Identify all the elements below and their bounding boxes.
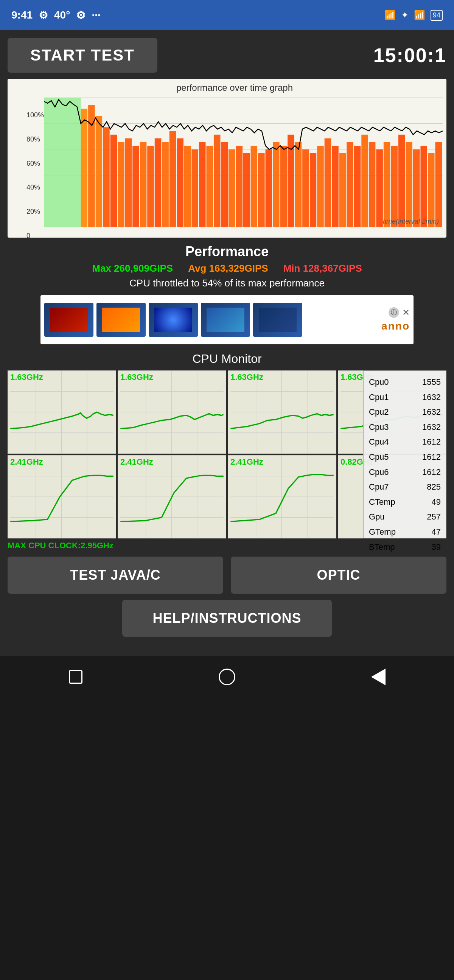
stat-value-cpu1: 1632: [422, 390, 441, 405]
ad-banner[interactable]: ⓘ ✕ anno: [40, 295, 414, 344]
wifi-icon: 📶: [384, 10, 396, 21]
nav-bar: [0, 656, 454, 697]
cpu-stats-overlay: Cpu0 1555 Cpu1 1632 Cpu2 1632 Cpu3 1632 …: [363, 371, 446, 538]
svg-rect-9: [96, 116, 103, 227]
performance-section: Performance Max 260,909GIPS Avg 163,329G…: [8, 244, 446, 289]
svg-rect-24: [206, 146, 213, 227]
app-container: START TEST 15:00:1 performance over time…: [0, 30, 454, 656]
svg-rect-36: [295, 142, 302, 227]
stat-label-cpu1: Cpu1: [369, 390, 389, 405]
svg-rect-51: [406, 142, 413, 227]
svg-rect-44: [354, 146, 361, 227]
svg-rect-40: [325, 138, 332, 227]
nav-square-icon: [69, 670, 83, 684]
cpu-monitor-section: CPU Monitor 1.63GHz: [8, 352, 446, 550]
svg-rect-29: [243, 153, 250, 227]
stat-row-gpu: Gpu 257: [369, 509, 441, 525]
cpu-cell-2: 1.63GHz: [228, 371, 337, 454]
svg-rect-46: [369, 142, 376, 227]
bluetooth-icon: ✦: [401, 10, 409, 21]
svg-rect-7: [81, 108, 88, 227]
signal-icon: 📶: [414, 10, 425, 21]
stat-value-cpu3: 1632: [422, 420, 441, 435]
svg-rect-25: [214, 135, 221, 227]
svg-rect-26: [221, 142, 228, 227]
stat-avg: Avg 163,329GIPS: [188, 262, 268, 274]
stat-row-cpu1: Cpu1 1632: [369, 390, 441, 405]
stat-label-cpu3: Cpu3: [369, 420, 389, 435]
stat-row-cpu6: Cpu6 1612: [369, 465, 441, 480]
cpu1-freq: 1.63GHz: [120, 372, 153, 382]
stat-label-cpu2: Cpu2: [369, 404, 389, 420]
svg-rect-11: [111, 135, 117, 227]
svg-rect-49: [391, 146, 398, 227]
svg-rect-30: [251, 146, 258, 227]
settings-icon-2: ⚙: [76, 9, 86, 22]
battery-icon: 94: [430, 10, 443, 21]
svg-rect-6: [44, 98, 81, 227]
svg-rect-47: [376, 150, 383, 227]
svg-rect-54: [428, 153, 435, 227]
svg-rect-33: [273, 142, 279, 227]
ad-images: [44, 303, 302, 337]
svg-rect-37: [302, 150, 309, 227]
svg-rect-23: [199, 142, 206, 227]
help-btn-row: HELP/INSTRUCTIONS: [8, 600, 446, 637]
help-instructions-button[interactable]: HELP/INSTRUCTIONS: [122, 600, 332, 637]
performance-title: Performance: [8, 244, 446, 259]
stat-label-cpu5: Cpu5: [369, 450, 389, 465]
cpu-cell-0: 1.63GHz: [8, 371, 116, 454]
svg-rect-53: [420, 146, 427, 227]
graph-title: performance over time graph: [27, 83, 443, 93]
stat-min: Min 128,367GIPS: [283, 262, 362, 274]
throttle-text: CPU throttled to 54% of its max performa…: [8, 277, 446, 289]
status-temp: 40°: [54, 9, 70, 21]
svg-rect-55: [435, 142, 442, 227]
top-controls: START TEST 15:00:1: [8, 38, 446, 73]
nav-recent-button[interactable]: [66, 667, 85, 686]
stat-row-btemp: BTemp 39: [369, 539, 441, 555]
cpu-cell-6: 2.41GHz: [228, 455, 337, 538]
ad-tv-4: [201, 303, 250, 337]
stat-label-cpu4: Cpu4: [369, 434, 389, 450]
status-right: 📶 ✦ 📶 94: [384, 10, 443, 21]
svg-rect-41: [332, 146, 339, 227]
bottom-buttons: TEST JAVA/C OPTIC: [8, 557, 446, 594]
svg-rect-14: [132, 146, 139, 227]
nav-back-button[interactable]: [369, 667, 388, 686]
svg-rect-18: [162, 142, 169, 227]
svg-rect-45: [361, 135, 368, 227]
status-dots: ···: [92, 9, 100, 21]
svg-rect-52: [413, 150, 420, 227]
performance-graph-container: performance over time graph 100% 80% 60%…: [8, 79, 446, 238]
performance-svg-graph: /* bars rendered below */: [44, 96, 443, 229]
options-button[interactable]: OPTIC: [231, 557, 446, 594]
ad-side: ⓘ ✕ anno: [381, 307, 410, 332]
svg-rect-21: [184, 146, 191, 227]
stat-label-cpu7: Cpu7: [369, 479, 389, 495]
cpu6-freq: 2.41GHz: [230, 457, 264, 467]
stat-value-gpu: 257: [427, 509, 441, 525]
ad-info-button[interactable]: ⓘ: [389, 307, 399, 318]
stat-value-btemp: 39: [432, 539, 441, 555]
svg-rect-13: [125, 138, 132, 227]
nav-triangle-icon: [371, 668, 386, 685]
start-test-button[interactable]: START TEST: [8, 38, 157, 73]
test-java-c-button[interactable]: TEST JAVA/C: [8, 557, 223, 594]
svg-rect-39: [317, 146, 324, 227]
stat-value-ctemp: 49: [432, 495, 441, 510]
battery-level: 94: [433, 11, 440, 19]
stat-label-cpu0: Cpu0: [369, 375, 389, 390]
status-bar: 9:41 ⚙ 40° ⚙ ··· 📶 ✦ 📶 94: [0, 0, 454, 30]
stat-value-cpu5: 1612: [422, 450, 441, 465]
nav-home-button[interactable]: [217, 667, 237, 686]
ad-tv-3: [149, 303, 198, 337]
svg-rect-43: [346, 142, 353, 227]
svg-rect-48: [384, 142, 391, 227]
svg-rect-12: [117, 142, 124, 227]
cpu-cell-5: 2.41GHz: [117, 455, 226, 538]
ad-close-button[interactable]: ✕: [402, 307, 410, 318]
stat-row-cpu3: Cpu3 1632: [369, 420, 441, 435]
status-time: 9:41: [11, 9, 33, 21]
stat-value-cpu0: 1555: [422, 375, 441, 390]
